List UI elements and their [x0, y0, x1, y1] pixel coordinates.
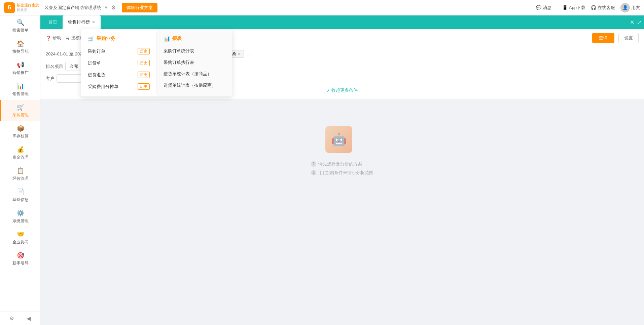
inbound-history-tag: 历史: [138, 60, 150, 66]
print-icon: 🖨: [65, 36, 70, 41]
business-section-label: 采购业务: [97, 36, 115, 42]
order-exec-label: 采购订单执行表: [164, 59, 194, 66]
help-action[interactable]: ❓ 帮助: [46, 35, 61, 41]
app-download-label: App下载: [569, 5, 585, 11]
logo-area: 6 畅捷通好生意 标准版: [4, 2, 44, 13]
message-action[interactable]: 💬 消息: [536, 5, 557, 11]
empty-step-1: 1 请先选择要分析的方案: [311, 160, 373, 168]
sidebar-item-operation[interactable]: 📋 经营管理: [0, 164, 40, 185]
phone-icon: 📱: [562, 5, 568, 10]
inbound-by-supplier-label: 进货单统计表（按供应商）: [164, 82, 216, 88]
tab-sales-ranking-label: 销售排行榜: [68, 19, 90, 25]
home-icon: 🏠: [17, 40, 24, 47]
marketing-icon: 📢: [17, 61, 24, 69]
user-action[interactable]: 👤 用友: [620, 3, 640, 12]
empty-step-2: 2 用[过滤]条件来缩小分析范围: [311, 168, 373, 177]
user-label: 用友: [631, 5, 640, 11]
logo-subtitle: 标准版: [17, 8, 39, 12]
empty-hint-1: 请先选择要分析的方案: [318, 160, 362, 168]
guide-icon: 🎯: [17, 252, 24, 259]
sidebar-label-enterprise: 企业协同: [12, 239, 29, 245]
dropdown-item-purchase-order[interactable]: 采购订单 历史: [81, 45, 156, 57]
report-section-icon: 📊: [164, 35, 170, 42]
query-button[interactable]: 查询: [592, 33, 614, 43]
sidebar-item-quick-nav[interactable]: 🏠 快捷导航: [0, 37, 40, 58]
help-icon: ❓: [46, 36, 51, 41]
industry-btn[interactable]: 体验行业方案: [122, 3, 157, 12]
purchase-icon: 🛒: [17, 104, 24, 111]
customer-label: 客户: [46, 76, 55, 82]
header-right: 💬 消息 📱 App下载 🎧 在线客服 👤 用友: [536, 3, 640, 12]
tab-home[interactable]: 首页: [43, 15, 63, 29]
sidebar-item-guide[interactable]: 🎯 新手引导: [0, 248, 40, 270]
robot-icon: 🤖: [325, 126, 352, 153]
inventory-icon: 📦: [17, 125, 24, 132]
collapse-sidebar-btn[interactable]: ◀: [27, 315, 31, 322]
app-download-action[interactable]: 📱 App下载: [562, 5, 585, 11]
sidebar-item-sales[interactable]: 📊 销售管理: [0, 79, 40, 100]
sales-icon: 📊: [17, 82, 24, 90]
sidebar-label-operation: 经营管理: [12, 176, 29, 181]
sidebar-item-search[interactable]: 🔍 搜索菜单: [0, 15, 40, 37]
dropdown-item-order-stats[interactable]: 采购订单统计表: [157, 45, 232, 57]
empty-state: 🤖 1 请先选择要分析的方案 2 用[过滤]条件来缩小分析范围: [40, 99, 644, 204]
sidebar-label-guide: 新手引导: [12, 260, 29, 266]
collapse-arrow-icon: ∧: [327, 88, 330, 93]
dropdown-item-inbound-by-supplier[interactable]: 进货单统计表（按供应商）: [157, 80, 232, 91]
dropdown-item-inbound[interactable]: 进货单 历史: [81, 57, 156, 69]
online-service-action[interactable]: 🎧 在线客服: [591, 5, 615, 11]
sidebar-label-sales: 销售管理: [12, 91, 29, 97]
system-dropdown-arrow[interactable]: ▼: [104, 5, 108, 10]
sidebar-label-finance: 资金管理: [12, 155, 29, 160]
purchase-order-history-tag: 历史: [138, 48, 150, 54]
sidebar-label-system: 系统管理: [12, 218, 29, 224]
logo-icon: 6: [4, 2, 15, 13]
dropdown-item-inbound-by-goods[interactable]: 进货单统计表（按商品）: [157, 68, 232, 80]
goods-dots[interactable]: ...: [246, 51, 252, 56]
help-label: 帮助: [52, 35, 61, 41]
tab-expand-btn[interactable]: ⤢: [637, 19, 641, 26]
dropdown-item-expense[interactable]: 采购费用分摊单 历史: [81, 81, 156, 92]
expense-label: 采购费用分摊单: [88, 84, 118, 90]
sidebar-item-finance[interactable]: 💰 资金管理: [0, 143, 40, 164]
dropdown-item-order-exec[interactable]: 采购订单执行表: [157, 57, 232, 68]
tab-sales-ranking[interactable]: 销售排行榜 ✕: [63, 15, 101, 29]
sidebar-label-quick-nav: 快捷导航: [12, 49, 29, 54]
message-icon: 💬: [536, 5, 541, 10]
business-section-icon: 🛒: [88, 35, 95, 42]
collapse-label: 收起更多条件: [331, 87, 358, 93]
finance-icon: 💰: [17, 146, 24, 153]
report-section-title: 📊 报表: [157, 33, 232, 44]
tab-bar-right: ✕ ⤢: [630, 19, 641, 26]
business-section-title: 🛒 采购业务: [81, 33, 156, 44]
settings-button[interactable]: 设置: [618, 33, 639, 43]
sidebar-item-inventory[interactable]: 📦 库存核算: [0, 121, 40, 143]
system-title-text: 装备及固定资产辅助管理系统: [44, 5, 101, 11]
step-num-1: 1: [311, 161, 316, 167]
top-header: 6 畅捷通好生意 标准版 装备及固定资产辅助管理系统 ▼ ⚙ 体验行业方案 💬 …: [0, 0, 644, 15]
sidebar-item-system[interactable]: ⚙️ 系统管理: [0, 206, 40, 227]
inbound-label: 进货单: [88, 60, 101, 66]
sidebar-item-purchase[interactable]: 🛒 采购管理: [0, 100, 40, 121]
inbound-by-goods-label: 进货单统计表（按商品）: [164, 71, 212, 77]
message-label: 消息: [543, 5, 551, 11]
goods-tag-close[interactable]: ✕: [238, 52, 241, 56]
gear-icon[interactable]: ⚙: [111, 4, 116, 11]
settings-bottom-btn[interactable]: ⚙: [9, 315, 14, 322]
step-num-2: 2: [311, 170, 316, 175]
tab-bar: 首页 销售排行榜 ✕ ✕ ⤢: [40, 15, 644, 29]
sidebar-item-enterprise[interactable]: 🤝 企业协同: [0, 227, 40, 248]
purchase-dropdown-menu: 🛒 采购业务 采购订单 历史 进货单 历史 进货退货 历史 采购费用分摊单: [81, 29, 232, 97]
sidebar-label-search: 搜索菜单: [12, 28, 29, 33]
dropdown-item-return[interactable]: 进货退货 历史: [81, 69, 156, 81]
system-title: 装备及固定资产辅助管理系统 ▼ ⚙ 体验行业方案: [44, 3, 536, 12]
sidebar-bottom: ⚙ ◀: [0, 312, 40, 325]
empty-illustration: 🤖: [325, 126, 359, 160]
sidebar-item-marketing[interactable]: 📢 营销推广: [0, 58, 40, 79]
sidebar-item-basic[interactable]: 📄 基础信息: [0, 185, 40, 206]
tab-close-btn[interactable]: ✕: [92, 20, 95, 25]
main-layout: 🔍 搜索菜单 🏠 快捷导航 📢 营销推广 📊 销售管理 🛒 采购管理 📦 库存核…: [0, 15, 644, 325]
enterprise-icon: 🤝: [17, 231, 24, 238]
empty-hint-2: 用[过滤]条件来缩小分析范围: [318, 168, 373, 177]
tab-close-all-btn[interactable]: ✕: [630, 19, 634, 26]
